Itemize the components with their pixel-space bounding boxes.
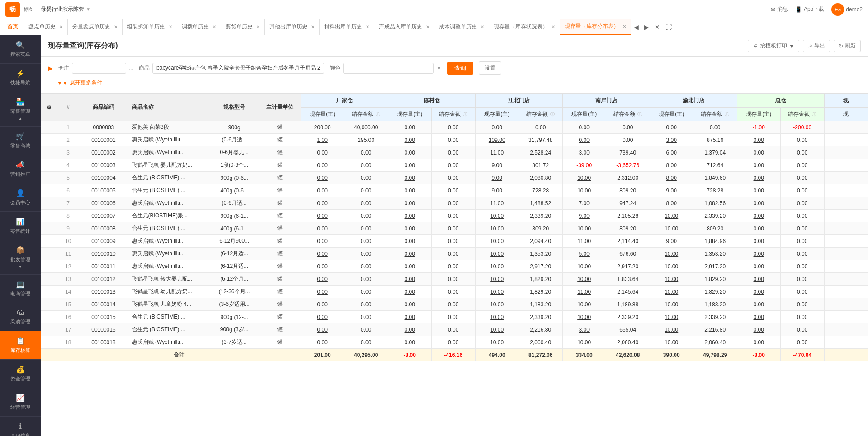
col-yubei-qty[interactable]: 10.00 bbox=[650, 311, 693, 323]
col-total-qty[interactable]: 0.00 bbox=[737, 197, 780, 210]
col-nanan-qty[interactable]: 5.00 bbox=[562, 248, 606, 260]
col-nanan-qty[interactable]: 11.00 bbox=[562, 235, 606, 248]
col-jiangbei-qty[interactable]: 9.00 bbox=[475, 184, 519, 197]
close-icon[interactable]: ✕ bbox=[366, 24, 369, 29]
col-total-qty[interactable]: 0.00 bbox=[737, 146, 780, 159]
col-total-qty[interactable]: 0.00 bbox=[737, 273, 780, 286]
col-jiangbei-qty[interactable]: 9.00 bbox=[475, 172, 519, 184]
col-factory-qty[interactable]: 0.00 bbox=[301, 260, 344, 273]
col-chen-qty[interactable]: 0.00 bbox=[388, 286, 431, 298]
tab-2[interactable]: 分量盘点单历史 ✕ bbox=[68, 19, 123, 35]
col-yubei-qty[interactable]: 3.00 bbox=[650, 134, 693, 146]
close-icon[interactable]: ✕ bbox=[311, 24, 315, 29]
col-factory-qty[interactable]: 0.00 bbox=[301, 311, 344, 323]
sidebar-item-operations[interactable]: 📈 经营管理 bbox=[0, 388, 41, 417]
col-yubei-qty[interactable]: 10.00 bbox=[650, 248, 693, 260]
col-factory-qty[interactable]: 0.00 bbox=[301, 210, 344, 222]
col-factory-qty[interactable]: 0.00 bbox=[301, 298, 344, 311]
refresh-btn[interactable]: ↻ 刷新 bbox=[834, 40, 861, 52]
info-icon[interactable]: ⓘ bbox=[725, 112, 729, 117]
th-settings[interactable]: ⚙ bbox=[41, 94, 57, 121]
col-total-qty[interactable]: 0.00 bbox=[737, 286, 780, 298]
col-yubei-qty[interactable]: 0.00 bbox=[650, 121, 693, 134]
sidebar-item-inventory[interactable]: 📋 库存核算 bbox=[0, 331, 41, 360]
tab-expand-btn[interactable]: ⛶ bbox=[663, 23, 675, 31]
col-factory-qty[interactable]: 0.00 bbox=[301, 323, 344, 336]
col-factory-qty[interactable]: 0.00 bbox=[301, 248, 344, 260]
tab-close-all-btn[interactable]: ✕ bbox=[652, 23, 663, 31]
close-icon[interactable]: ✕ bbox=[212, 24, 216, 29]
col-jiangbei-qty[interactable]: 10.00 bbox=[475, 273, 519, 286]
close-icon[interactable]: ✕ bbox=[256, 24, 260, 29]
col-chen-qty[interactable]: 0.00 bbox=[388, 311, 431, 323]
info-icon[interactable]: ⓘ bbox=[463, 112, 467, 117]
col-nanan-qty[interactable]: 9.00 bbox=[562, 210, 606, 222]
col-chen-qty[interactable]: 0.00 bbox=[388, 248, 431, 260]
col-chen-qty[interactable]: 0.00 bbox=[388, 146, 431, 159]
export-btn[interactable]: ↗ 导出 bbox=[803, 40, 830, 52]
col-factory-qty[interactable]: 0.00 bbox=[301, 197, 344, 210]
col-chen-qty[interactable]: 0.00 bbox=[388, 159, 431, 172]
col-yubei-qty[interactable]: 10.00 bbox=[650, 323, 693, 336]
col-total-qty[interactable]: 0.00 bbox=[737, 336, 780, 349]
info-icon[interactable]: ⓘ bbox=[376, 112, 380, 117]
col-chen-qty[interactable]: 0.00 bbox=[388, 121, 431, 134]
col-chen-qty[interactable]: 0.00 bbox=[388, 222, 431, 235]
col-total-qty[interactable]: 0.00 bbox=[737, 298, 780, 311]
col-total-qty[interactable]: 0.00 bbox=[737, 248, 780, 260]
col-chen-qty[interactable]: 0.00 bbox=[388, 260, 431, 273]
sidebar-item-member[interactable]: 👤 会员中心 bbox=[0, 183, 41, 212]
filter-expand-icon[interactable]: ▶ bbox=[48, 65, 53, 72]
col-chen-qty[interactable]: 0.00 bbox=[388, 197, 431, 210]
tab-6[interactable]: 其他出库单历史 ✕ bbox=[265, 19, 320, 35]
close-icon[interactable]: ✕ bbox=[426, 24, 429, 29]
col-jiangbei-qty[interactable]: 9.00 bbox=[475, 159, 519, 172]
col-nanan-qty[interactable]: 10.00 bbox=[562, 311, 606, 323]
sidebar-item-search[interactable]: 🔍 搜索英单 bbox=[0, 35, 41, 64]
tab-prev-btn[interactable]: ◀ bbox=[631, 23, 642, 31]
col-yubei-qty[interactable]: 10.00 bbox=[650, 260, 693, 273]
warehouse-input[interactable] bbox=[72, 63, 126, 74]
col-nanan-qty[interactable]: 10.00 bbox=[562, 273, 606, 286]
tab-5[interactable]: 要货单历史 ✕ bbox=[221, 19, 265, 35]
setting-btn[interactable]: 设置 bbox=[479, 61, 501, 75]
col-jiangbei-qty[interactable]: 10.00 bbox=[475, 235, 519, 248]
col-nanan-qty[interactable]: 0.00 bbox=[562, 121, 606, 134]
col-jiangbei-qty[interactable]: 10.00 bbox=[475, 222, 519, 235]
col-chen-qty[interactable]: 0.00 bbox=[388, 134, 431, 146]
col-factory-qty[interactable]: 0.00 bbox=[301, 172, 344, 184]
col-total-qty[interactable]: 0.00 bbox=[737, 134, 780, 146]
tab-7[interactable]: 材料出库单历史 ✕ bbox=[320, 19, 374, 35]
print-btn[interactable]: 🖨 按模板打印 ▼ bbox=[748, 40, 799, 52]
close-icon[interactable]: ✕ bbox=[59, 24, 63, 29]
col-chen-qty[interactable]: 0.00 bbox=[388, 323, 431, 336]
tab-9[interactable]: 成本调整单历史 ✕ bbox=[434, 19, 489, 35]
col-total-qty[interactable]: 0.00 bbox=[737, 222, 780, 235]
col-yubei-qty[interactable]: 8.00 bbox=[650, 159, 693, 172]
col-total-qty[interactable]: 0.00 bbox=[737, 210, 780, 222]
col-yubei-qty[interactable]: 10.00 bbox=[650, 298, 693, 311]
company-selector[interactable]: 母婴行业演示陈套 ▼ bbox=[41, 5, 90, 13]
col-jiangbei-qty[interactable]: 11.00 bbox=[475, 197, 519, 210]
col-jiangbei-qty[interactable]: 10.00 bbox=[475, 248, 519, 260]
col-total-qty[interactable]: 0.00 bbox=[737, 172, 780, 184]
message-btn[interactable]: ✉ 消息 bbox=[771, 5, 788, 13]
sidebar-item-retail-stat[interactable]: 📊 零售统计 bbox=[0, 212, 41, 240]
close-icon[interactable]: ✕ bbox=[114, 24, 118, 29]
user-area[interactable]: Ea demo2 bbox=[831, 3, 863, 16]
app-download-btn[interactable]: 📱 App下载 bbox=[795, 5, 824, 13]
sidebar-item-purchase[interactable]: 🛍 采购管理 bbox=[0, 303, 41, 331]
col-nanan-qty[interactable]: -39.00 bbox=[562, 159, 606, 172]
col-jiangbei-qty[interactable]: 10.00 bbox=[475, 298, 519, 311]
col-total-qty[interactable]: 0.00 bbox=[737, 235, 780, 248]
col-nanan-qty[interactable]: 10.00 bbox=[562, 336, 606, 349]
col-chen-qty[interactable]: 0.00 bbox=[388, 273, 431, 286]
col-jiangbei-qty[interactable]: 10.00 bbox=[475, 336, 519, 349]
col-yubei-qty[interactable]: 10.00 bbox=[650, 222, 693, 235]
col-nanan-qty[interactable]: 3.00 bbox=[562, 323, 606, 336]
col-jiangbei-qty[interactable]: 10.00 bbox=[475, 323, 519, 336]
sidebar-item-ecommerce[interactable]: 💻 电商管理 bbox=[0, 275, 41, 303]
tab-4[interactable]: 调拨单历史 ✕ bbox=[177, 19, 221, 35]
col-yubei-qty[interactable]: 9.00 bbox=[650, 235, 693, 248]
col-yubei-qty[interactable]: 9.00 bbox=[650, 184, 693, 197]
